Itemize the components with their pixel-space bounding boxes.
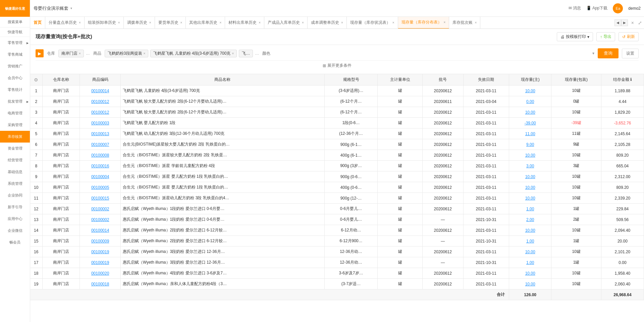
goods-tag-0[interactable]: 飞鹤奶粉3段两提装 × [105, 50, 149, 57]
tab-product-in[interactable]: 产成品入库单历史 × [264, 17, 308, 29]
row-code[interactable]: 00100014 [80, 225, 121, 236]
tab-close6[interactable]: × [259, 21, 261, 24]
sidebar-item-apps[interactable]: 应用中心 [0, 213, 30, 225]
tab-split[interactable]: 分量盘点单历史 × [45, 17, 85, 29]
sidebar-item-finance[interactable]: 资金管理 [0, 143, 30, 154]
tab-require[interactable]: 要货单历史 × [155, 17, 186, 29]
goods-tag-1[interactable]: 飞鹤星飞帆 儿童奶粉 4段(3-6岁适用) 700克 × [150, 50, 237, 57]
row-qty-main[interactable]: 1.00 [509, 236, 551, 247]
tab-close8[interactable]: × [341, 21, 343, 24]
tab-close11[interactable]: × [475, 21, 477, 24]
tab-cost-adjust[interactable]: 成本调整单历史 × [308, 17, 347, 29]
row-qty-main[interactable]: 10.00 [509, 171, 551, 182]
row-code[interactable]: 00100019 [80, 247, 121, 257]
row-code[interactable]: 00100003 [80, 118, 121, 128]
row-qty-main[interactable]: 1.00 [509, 204, 551, 214]
row-code[interactable]: 00100008 [80, 150, 121, 161]
row-code[interactable]: 00100018 [80, 279, 121, 289]
row-qty-main[interactable]: 10.00 [509, 150, 551, 161]
row-qty-main[interactable]: 10.00 [509, 268, 551, 279]
sidebar-item-member[interactable]: 会员中心 [0, 72, 30, 84]
tab-close-all-btn[interactable]: × [629, 20, 636, 25]
sidebar-item-marketing[interactable]: 营销推广 [0, 60, 30, 72]
row-code[interactable]: 00100016 [80, 161, 121, 171]
tab-close2[interactable]: × [118, 21, 120, 24]
sidebar-item-wholesale[interactable]: 批发管理 ▶ [0, 96, 30, 107]
warehouse-tag[interactable]: 南岸门店 × [58, 50, 84, 57]
tab-close9[interactable]: × [392, 21, 394, 24]
goods-tag-more[interactable]: 飞… [239, 50, 253, 57]
export-button[interactable]: ↑ 导出 [596, 32, 615, 41]
tab-other-out[interactable]: 其他出库单历史 × [186, 17, 225, 29]
tab-unpack[interactable]: 组装拆卸单历史 × [85, 17, 124, 29]
tab-close7[interactable]: × [302, 21, 304, 24]
row-qty-main[interactable]: 2.00 [509, 214, 551, 225]
row-qty-main[interactable]: 10.00 [509, 279, 551, 289]
tab-material-out[interactable]: 材料出库单历史 × [225, 17, 264, 29]
goods-tag-1-close[interactable]: × [232, 52, 234, 55]
row-code[interactable]: 00100009 [80, 236, 121, 247]
print-button[interactable]: 🖨 按模板打印 ▾ [557, 32, 593, 41]
row-qty-main[interactable]: 10.00 [509, 86, 551, 96]
row-qty-main[interactable]: 11.00 [509, 128, 551, 139]
sidebar-item-retail[interactable]: 零售管理 ▶ [0, 37, 30, 49]
expand-more-btn[interactable]: ⊞ 展开更多条件 [36, 60, 639, 70]
row-qty-main[interactable]: 10.00 [509, 193, 551, 204]
goods-tag-0-close[interactable]: × [144, 52, 146, 55]
row-qty-main[interactable]: 10.00 [509, 107, 551, 118]
row-code[interactable]: 00100007 [80, 139, 121, 150]
tab-home[interactable]: 首页 [30, 17, 45, 29]
tab-close3[interactable]: × [149, 21, 151, 24]
app-download-btn[interactable]: 📱 App下载 [586, 5, 607, 11]
row-code[interactable]: 00100002 [80, 214, 121, 225]
sidebar-item-store[interactable]: 零售商城 [0, 49, 30, 60]
tab-close10[interactable]: × [444, 20, 446, 24]
goods-more-indicator[interactable]: … [255, 51, 259, 56]
expand-toggle-btn[interactable]: ▶ [36, 49, 44, 57]
sidebar-item-corp[interactable]: 企业协同 [0, 190, 30, 201]
warehouse-tag-close[interactable]: × [79, 52, 81, 55]
sidebar-item-guide[interactable]: 新手引导 [0, 201, 30, 213]
row-qty-main[interactable]: 1.00 [509, 257, 551, 268]
row-code[interactable]: 00100013 [80, 128, 121, 139]
sidebar-item-ops[interactable]: 经营管理 [0, 154, 30, 166]
tab-stock-dist[interactable]: 现存量（库存分布表） × [398, 17, 449, 29]
tab-prev-btn[interactable]: ◀ [614, 19, 621, 26]
sidebar-search[interactable]: 搜索菜单 [0, 17, 30, 28]
row-code[interactable]: 00100002 [80, 204, 121, 214]
sidebar-item-sys[interactable]: 系统管理 [0, 178, 30, 190]
row-qty-main[interactable]: 10.00 [509, 225, 551, 236]
tab-stock-status[interactable]: 现存量（库存状况表） × [347, 17, 398, 29]
refresh-button[interactable]: ↺ 刷新 [619, 32, 639, 41]
tab-next-btn[interactable]: ▶ [621, 19, 628, 26]
sidebar-item-base[interactable]: 基础信息 [0, 166, 30, 178]
row-code[interactable]: 00100004 [80, 171, 121, 182]
sidebar-item-purchase[interactable]: 采购管理 [0, 119, 30, 131]
sidebar-item-vip[interactable]: 畅会员 [0, 236, 30, 248]
row-code[interactable]: 00100005 [80, 182, 121, 193]
row-qty-main[interactable]: 10.00 [509, 247, 551, 257]
row-qty-main[interactable]: 3.00 [509, 161, 551, 171]
col-settings[interactable]: ⚙ [30, 74, 42, 86]
row-qty-main[interactable]: 10.00 [509, 182, 551, 193]
sidebar-quicknav[interactable]: 快捷导航 [0, 28, 30, 37]
filter-more-indicator[interactable]: … [86, 51, 90, 56]
tab-close4[interactable]: × [180, 21, 182, 24]
setting-button[interactable]: 设置 [622, 49, 639, 58]
row-qty-main[interactable]: -39.00 [509, 118, 551, 128]
row-qty-main[interactable]: 9.00 [509, 139, 551, 150]
tab-close[interactable]: × [79, 21, 81, 24]
row-code[interactable]: 00100015 [80, 193, 121, 204]
row-qty-main[interactable]: 0.00 [509, 96, 551, 107]
row-code[interactable]: 00100012 [80, 107, 121, 118]
query-button[interactable]: 查询 [598, 48, 619, 58]
row-code[interactable]: 00100020 [80, 268, 121, 279]
sidebar-item-stats[interactable]: 零售统计 [0, 84, 30, 96]
row-code[interactable]: 00100014 [80, 86, 121, 96]
sidebar-item-inventory[interactable]: 库存核算 [0, 131, 30, 143]
row-code[interactable]: 00100012 [80, 96, 121, 107]
sidebar-item-wechat[interactable]: 企业微信 [0, 225, 30, 236]
tab-batch-ledger[interactable]: 库存批次账 × [449, 17, 480, 29]
tab-mix[interactable]: 调拨单历史 × [124, 17, 155, 29]
account-dropdown[interactable]: 母婴行业演示账套 ▾ [34, 5, 72, 11]
